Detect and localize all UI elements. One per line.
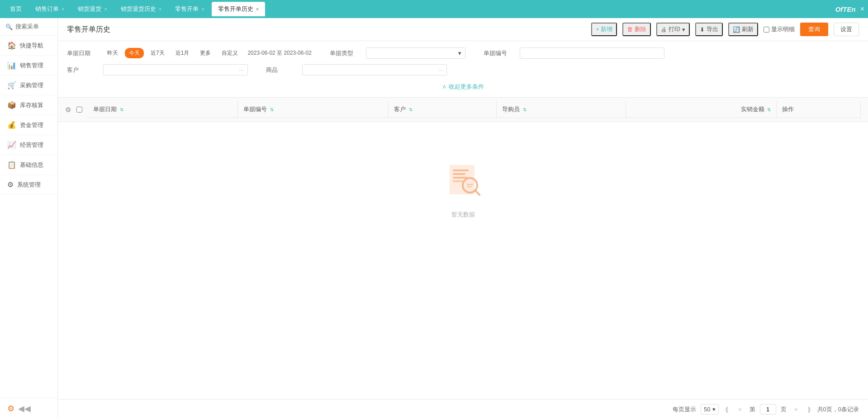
- per-page-dropdown-icon: ▾: [712, 406, 716, 413]
- tab-retail-history[interactable]: 零售开单历史 ×: [212, 2, 265, 16]
- export-button[interactable]: ⬇ 导出: [695, 23, 723, 36]
- empty-illustration: [441, 158, 486, 203]
- tab-sales-return-history[interactable]: 销货退货历史 ×: [114, 2, 168, 16]
- toolbar: + 新增 🗑 删除 🖨 打印 ▾ ⬇ 导出 🔄 刷新 显示明细: [591, 23, 859, 36]
- customer-input[interactable]: ···: [103, 64, 248, 75]
- th-guide-sort-icon[interactable]: ⇅: [523, 107, 526, 112]
- svg-rect-2: [453, 173, 465, 175]
- date-btn-more[interactable]: 更多: [196, 48, 215, 58]
- sidebar-item-quick-nav[interactable]: 🏠 快捷导航: [0, 36, 57, 56]
- add-button[interactable]: + 新增: [591, 23, 617, 36]
- type-dropdown[interactable]: ▾: [366, 47, 465, 59]
- th-customer-sort-icon[interactable]: ⇅: [409, 107, 413, 112]
- th-amount: 实销金额 ⇅: [626, 101, 777, 118]
- sidebar-item-sales[interactable]: 📊 销售管理: [0, 56, 57, 75]
- display-detail-input[interactable]: [764, 27, 769, 33]
- tab-retail-order-close[interactable]: ×: [201, 6, 204, 12]
- svg-rect-3: [453, 177, 467, 179]
- top-nav-bar: 首页 销售订单 × 销货退货 × 销货退货历史 × 零售开单 × 零售开单历史 …: [0, 0, 868, 18]
- goods-input[interactable]: ···: [302, 64, 447, 75]
- query-button[interactable]: 查询: [800, 23, 828, 36]
- current-page-input[interactable]: [760, 404, 776, 414]
- print-button[interactable]: 🖨 打印 ▾: [656, 23, 690, 36]
- table-settings-icon[interactable]: ⚙: [65, 106, 71, 114]
- select-all-checkbox[interactable]: [76, 107, 82, 113]
- tab-retail-order[interactable]: 零售开单 ×: [169, 2, 210, 16]
- pagination-bar: 每页显示 50 ▾ ⟪ ＜ 第 页 ＞ ⟫ 共0页，0条记录: [58, 399, 868, 419]
- settings-button[interactable]: 设置: [834, 23, 859, 36]
- empty-state: 暂无数据: [58, 122, 868, 255]
- th-date: 单据日期 ⇅: [88, 101, 238, 118]
- print-label: 打印: [669, 25, 680, 33]
- page-prev-btn[interactable]: ＜: [735, 405, 745, 414]
- search-icon: 🔍: [5, 24, 13, 30]
- tab-sales-return-close[interactable]: ×: [104, 6, 107, 12]
- sidebar-item-purchase[interactable]: 🛒 采购管理: [0, 75, 57, 95]
- tab-sales-order-close[interactable]: ×: [62, 6, 64, 12]
- sidebar-item-basic-info-label: 基础信息: [20, 161, 43, 169]
- th-date-label: 单据日期: [93, 106, 117, 113]
- per-page-select[interactable]: 50 ▾: [701, 404, 718, 414]
- th-date-sort-icon[interactable]: ⇅: [120, 107, 123, 112]
- tab-retail-history-label: 零售开单历史: [218, 5, 253, 13]
- page-next-btn[interactable]: ＞: [791, 405, 801, 414]
- page-first-btn[interactable]: ⟪: [723, 405, 730, 414]
- table-header-bar: ⚙ 单据日期 ⇅ 单据编号 ⇅: [58, 98, 868, 122]
- sidebar-item-system-label: 系统管理: [17, 181, 41, 189]
- sidebar-gear-icon[interactable]: ⚙: [7, 404, 14, 414]
- tab-sales-return-history-label: 销货退货历史: [121, 5, 156, 13]
- sidebar-item-basic-info[interactable]: 📋 基础信息: [0, 155, 57, 175]
- sidebar-item-system[interactable]: ⚙ 系统管理: [0, 175, 57, 195]
- th-action: 操作: [777, 101, 861, 118]
- sidebar-item-inventory[interactable]: 📦 库存核算: [0, 95, 57, 115]
- tab-retail-history-close[interactable]: ×: [256, 6, 259, 12]
- date-range-display: 2023-06-02 至 2023-06-02: [247, 49, 311, 57]
- collapse-button[interactable]: ∧ 收起更多条件: [442, 83, 484, 91]
- date-btn-today[interactable]: 今天: [125, 48, 144, 58]
- data-table: 单据日期 ⇅ 单据编号 ⇅ 客户 ⇅: [88, 101, 861, 118]
- th-number: 单据编号 ⇅: [238, 101, 389, 118]
- inventory-icon: 📦: [7, 101, 16, 109]
- number-text-input[interactable]: [524, 50, 660, 56]
- refresh-label: 刷新: [742, 25, 754, 33]
- number-input[interactable]: [520, 47, 664, 59]
- basic-info-icon: 📋: [7, 160, 16, 169]
- tab-sales-order[interactable]: 销售订单 ×: [29, 2, 71, 16]
- print-dropdown-icon: ▾: [682, 26, 685, 33]
- tab-sales-return-history-close[interactable]: ×: [159, 6, 161, 12]
- sidebar-item-operations[interactable]: 📈 经营管理: [0, 135, 57, 155]
- svg-point-6: [465, 181, 474, 190]
- sidebar-collapse-icon[interactable]: ◀◀: [18, 404, 31, 414]
- th-number-label: 单据编号: [243, 106, 267, 113]
- tab-home[interactable]: 首页: [4, 2, 28, 16]
- refresh-icon: 🔄: [733, 26, 740, 33]
- brand-logo: OfTEn: [835, 5, 856, 13]
- date-btn-1month[interactable]: 近1月: [171, 48, 194, 58]
- th-amount-sort-icon[interactable]: ⇅: [767, 107, 771, 112]
- window-close-btn[interactable]: ×: [860, 5, 864, 13]
- delete-button[interactable]: 🗑 删除: [622, 23, 651, 36]
- refresh-button[interactable]: 🔄 刷新: [728, 23, 758, 36]
- per-page-label: 每页显示: [673, 405, 696, 414]
- tab-sales-return-label: 销货退货: [78, 5, 101, 13]
- th-action-label: 操作: [782, 106, 794, 113]
- per-page-value: 50: [704, 406, 710, 413]
- customer-filter-label: 客户: [67, 66, 94, 74]
- sidebar-search-label: 搜索采单: [15, 23, 39, 31]
- date-btn-yesterday[interactable]: 昨天: [103, 48, 122, 58]
- sidebar-item-finance-label: 资金管理: [20, 121, 43, 129]
- sidebar-item-quick-nav-label: 快捷导航: [20, 42, 43, 50]
- page-last-btn[interactable]: ⟫: [806, 405, 813, 414]
- print-icon: 🖨: [661, 26, 667, 33]
- sidebar-search[interactable]: 🔍 搜索采单: [0, 18, 57, 36]
- date-btn-7days[interactable]: 近7天: [147, 48, 169, 58]
- sidebar-item-operations-label: 经营管理: [20, 141, 43, 149]
- display-detail-checkbox[interactable]: 显示明细: [764, 25, 795, 33]
- th-number-sort-icon[interactable]: ⇅: [270, 107, 274, 112]
- date-shortcuts: 昨天 今天 近7天 近1月 更多 自定义 2023-06-02 至 2023-0…: [103, 48, 312, 58]
- tab-sales-return[interactable]: 销货退货 ×: [71, 2, 113, 16]
- sidebar-item-sales-label: 销售管理: [20, 61, 43, 70]
- empty-text: 暂无数据: [451, 211, 475, 219]
- sidebar-item-finance[interactable]: 💰 资金管理: [0, 115, 57, 135]
- date-btn-custom[interactable]: 自定义: [218, 48, 242, 58]
